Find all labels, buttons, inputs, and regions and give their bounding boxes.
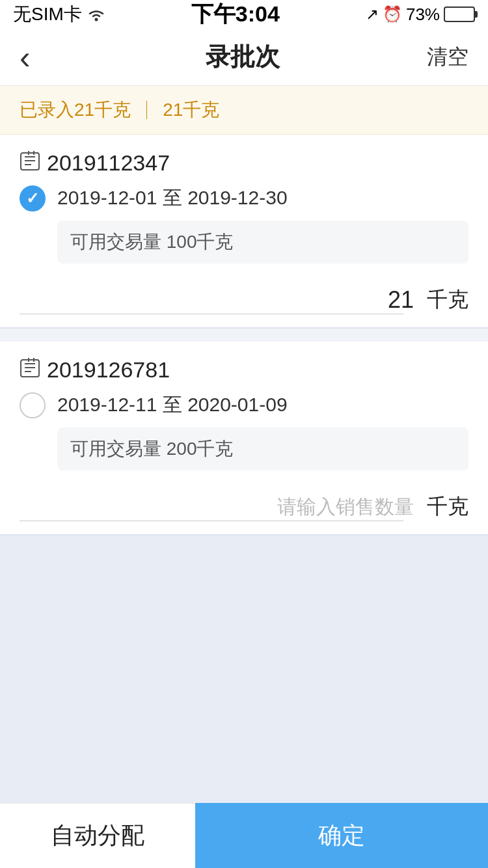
- card-gap-1: [0, 329, 488, 342]
- batch-1-volume: 可用交易量 100千克: [57, 221, 468, 264]
- info-recorded: 已录入21千克: [20, 98, 131, 122]
- batch-2-icon: [20, 357, 40, 383]
- info-divider: [146, 101, 147, 119]
- bottom-bar: 自动分配 确定: [0, 803, 488, 868]
- alarm-icon: ⏰: [383, 5, 402, 23]
- batch-2-header: 2019126781: [20, 357, 468, 383]
- batch-2-date: 2019-12-11 至 2020-01-09: [57, 392, 288, 418]
- batch-card-1: 2019112347 2019-12-01 至 2019-12-30 可用交易量…: [0, 135, 488, 279]
- carrier-text: 无SIM卡: [13, 2, 82, 27]
- batch-1-quantity-value: 21: [388, 286, 414, 314]
- batch-1-date-row[interactable]: 2019-12-01 至 2019-12-30: [20, 185, 468, 211]
- batch-1-radio[interactable]: [20, 185, 46, 211]
- batch-1-icon: [20, 150, 40, 176]
- wifi-icon: [87, 7, 105, 21]
- batch-2-date-row[interactable]: 2019-12-11 至 2020-01-09: [20, 392, 468, 418]
- batch-1-id: 2019112347: [47, 150, 170, 176]
- page-title: 录批次: [206, 40, 280, 74]
- auto-distribute-button[interactable]: 自动分配: [0, 803, 195, 868]
- batch-2-unit: 千克: [427, 493, 468, 521]
- clear-button[interactable]: 清空: [427, 43, 468, 72]
- back-button[interactable]: ‹: [20, 38, 59, 76]
- batch-1-header: 2019112347: [20, 150, 468, 176]
- batch-1-quantity-wrapper: 21 千克: [0, 279, 488, 329]
- status-time: 下午3:04: [191, 0, 280, 29]
- batch-2-quantity-placeholder[interactable]: 请输入销售数量: [277, 494, 414, 521]
- qty-line-1: [20, 314, 403, 314]
- qty-line-2: [20, 521, 403, 521]
- status-bar: 无SIM卡 下午3:04 ↗ ⏰ 73%: [0, 0, 488, 29]
- svg-point-0: [94, 18, 98, 21]
- batch-2-id: 2019126781: [47, 357, 170, 383]
- status-right: ↗ ⏰ 73%: [366, 5, 475, 25]
- confirm-button[interactable]: 确定: [195, 803, 488, 868]
- batch-1-quantity-inner: 21 千克: [20, 286, 468, 314]
- battery-percent: 73%: [406, 5, 440, 25]
- batch-2-quantity-wrapper: 请输入销售数量 千克: [0, 486, 488, 536]
- location-icon: ↗: [366, 5, 379, 23]
- batch-1-unit: 千克: [427, 286, 468, 314]
- content-scroll: 2019112347 2019-12-01 至 2019-12-30 可用交易量…: [0, 135, 488, 852]
- batch-2-volume: 可用交易量 200千克: [57, 427, 468, 470]
- batch-2-radio[interactable]: [20, 392, 46, 418]
- empty-area: [0, 536, 488, 835]
- info-banner: 已录入21千克 21千克: [0, 86, 488, 135]
- batch-1-date: 2019-12-01 至 2019-12-30: [57, 185, 288, 211]
- status-left: 无SIM卡: [13, 2, 105, 27]
- battery-icon: [444, 7, 475, 22]
- batch-2-quantity-inner: 请输入销售数量 千克: [20, 493, 468, 521]
- batch-card-2: 2019126781 2019-12-11 至 2020-01-09 可用交易量…: [0, 342, 488, 486]
- info-value: 21千克: [163, 98, 219, 122]
- nav-bar: ‹ 录批次 清空: [0, 29, 488, 86]
